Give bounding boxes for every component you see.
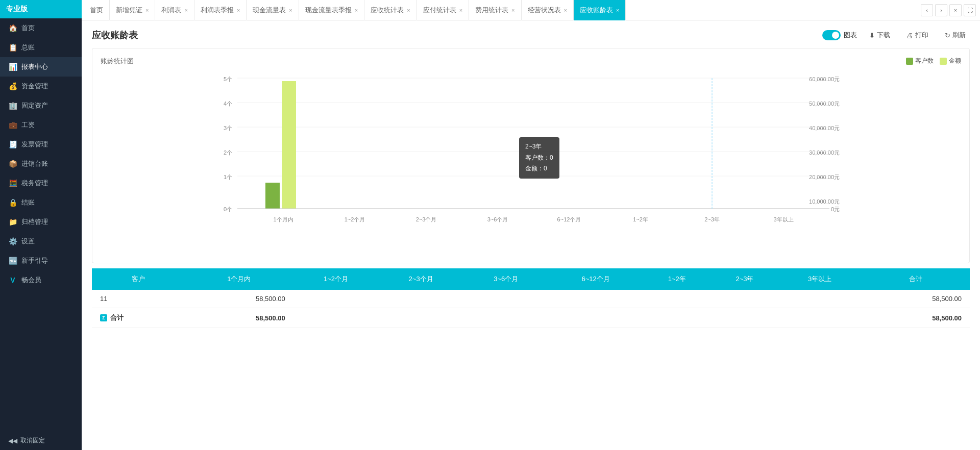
- tab-expense-stats-close[interactable]: ×: [511, 7, 514, 13]
- table-header-row: 客户 1个月内 1~2个月 2~3个月 3~6个月 6~12个月 1~2年 2~…: [92, 268, 970, 290]
- chart-area: 账龄统计图 客户数 金额 5个 4个 3个 2个: [92, 48, 970, 263]
- sidebar-item-label: 报表中心: [21, 62, 48, 71]
- download-button[interactable]: ⬇ 下载: [865, 29, 894, 42]
- sidebar-item-label: 结账: [21, 198, 35, 207]
- invoice-icon: 🧾: [8, 140, 17, 148]
- chart-tooltip: 2~3年 客户数：0 金额：0: [519, 137, 559, 179]
- sidebar-item-archive[interactable]: 📁 归档管理: [0, 212, 82, 232]
- refresh-icon: ↻: [945, 32, 950, 39]
- svg-text:1~2个月: 1~2个月: [345, 216, 365, 222]
- tab-ap-stats-close[interactable]: ×: [459, 7, 462, 13]
- svg-text:2~3年: 2~3年: [704, 216, 720, 222]
- cell-total: 58,500.00: [861, 290, 970, 308]
- tooltip-customers: 客户数：0: [525, 153, 553, 164]
- tooltip-category: 2~3年: [525, 141, 553, 153]
- sidebar-item-label: 发票管理: [21, 140, 48, 149]
- tab-cashflow-close[interactable]: ×: [289, 7, 292, 13]
- tab-cashflow-label: 现金流量表: [253, 6, 286, 15]
- tab-profit-close[interactable]: ×: [184, 7, 187, 13]
- tab-close-all-button[interactable]: ×: [949, 4, 962, 16]
- tab-cashflow-quarter[interactable]: 现金流量表季报 ×: [299, 0, 364, 20]
- sidebar-item-label: 新手引导: [21, 256, 48, 265]
- sidebar-item-invoice[interactable]: 🧾 发票管理: [0, 135, 82, 154]
- data-table: 客户 1个月内 1~2个月 2~3个月 3~6个月 6~12个月 1~2年 2~…: [92, 268, 970, 328]
- sidebar-item-label: 税务管理: [21, 179, 48, 188]
- svg-text:1个: 1个: [224, 174, 232, 180]
- svg-text:20,000.00元: 20,000.00元: [809, 174, 840, 180]
- svg-text:0元: 0元: [831, 206, 840, 212]
- sidebar-item-tax[interactable]: 🧮 税务管理: [0, 173, 82, 193]
- tab-prev-button[interactable]: ‹: [921, 4, 933, 16]
- tab-home[interactable]: 首页: [84, 0, 110, 20]
- tab-profit-quarter-close[interactable]: ×: [237, 7, 240, 13]
- svg-text:30,000.00元: 30,000.00元: [809, 149, 840, 156]
- refresh-button[interactable]: ↻ 刷新: [941, 29, 970, 42]
- total-text: 合计: [110, 313, 124, 322]
- cell-year12: [643, 290, 711, 308]
- sidebar-item-assets[interactable]: 🏢 固定资产: [0, 96, 82, 115]
- legend-amount-color: [940, 58, 947, 65]
- tab-expense-stats-label: 费用统计表: [475, 6, 508, 15]
- legend-customer: 客户数: [906, 57, 934, 65]
- tab-biz-status-label: 经营状况表: [528, 6, 561, 15]
- tab-ar-stats-close[interactable]: ×: [407, 7, 410, 13]
- tab-expense-stats[interactable]: 费用统计表 ×: [469, 0, 521, 20]
- svg-text:50,000.00元: 50,000.00元: [809, 101, 840, 107]
- sidebar-item-sales[interactable]: 📦 进销台账: [0, 154, 82, 173]
- sidebar-item-funds[interactable]: 💰 资金管理: [0, 77, 82, 96]
- tab-ar-aging[interactable]: 应收账龄表 ×: [574, 0, 626, 20]
- bar-month1-customer: [265, 183, 280, 209]
- col-customer: 客户: [92, 268, 185, 290]
- table-row: 11 58,500.00 58,500.00: [92, 290, 970, 308]
- tab-voucher[interactable]: 新增凭证 ×: [110, 0, 155, 20]
- sidebar-item-settings[interactable]: ⚙️ 设置: [0, 232, 82, 251]
- svg-text:6~12个月: 6~12个月: [557, 216, 581, 222]
- sidebar-item-label: 进销台账: [21, 159, 48, 168]
- home-icon: 🏠: [8, 24, 17, 32]
- download-label: 下载: [877, 31, 890, 40]
- tab-home-label: 首页: [90, 6, 103, 15]
- print-button[interactable]: 🖨 打印: [902, 29, 933, 42]
- cell-month36: [463, 290, 549, 308]
- tab-ar-aging-close[interactable]: ×: [616, 7, 619, 13]
- tab-voucher-close[interactable]: ×: [145, 7, 149, 13]
- tab-profit-label: 利润表: [161, 6, 181, 15]
- chart-legend: 客户数 金额: [906, 57, 961, 65]
- assets-icon: 🏢: [8, 102, 17, 110]
- unpin-button[interactable]: ◀◀ 取消固定: [0, 431, 82, 450]
- svg-text:1个月内: 1个月内: [273, 216, 293, 222]
- chart-svg-container: 5个 4个 3个 2个 1个 0个 60,000.00元 50,000.00元 …: [101, 71, 961, 255]
- tab-next-button[interactable]: ›: [935, 4, 947, 16]
- tab-cashflow-quarter-label: 现金流量表季报: [305, 6, 352, 15]
- cell-month1: 58,500.00: [185, 290, 293, 308]
- tab-ar-stats[interactable]: 应收统计表 ×: [364, 0, 416, 20]
- chart-toggle-label: 图表: [844, 31, 857, 40]
- tab-cashflow-quarter-close[interactable]: ×: [355, 7, 358, 13]
- sales-icon: 📦: [8, 160, 17, 168]
- app-logo: 专业版: [0, 0, 82, 18]
- sidebar-item-salary[interactable]: 💼 工资: [0, 115, 82, 135]
- sidebar-item-home[interactable]: 🏠 首页: [0, 18, 82, 38]
- sidebar-item-guide[interactable]: 🆕 新手引导: [0, 251, 82, 270]
- col-year12: 1~2年: [643, 268, 711, 290]
- chart-toggle[interactable]: [822, 30, 841, 40]
- cell-total-year12: [643, 308, 711, 328]
- tab-profit-quarter[interactable]: 利润表季报 ×: [194, 0, 247, 20]
- tab-ap-stats[interactable]: 应付统计表 ×: [417, 0, 469, 20]
- tab-fullscreen-button[interactable]: ⛶: [964, 4, 976, 16]
- sidebar-item-vip[interactable]: V 畅会员: [0, 270, 82, 290]
- tab-biz-status[interactable]: 经营状况表 ×: [522, 0, 574, 20]
- sidebar-item-close[interactable]: 🔒 结账: [0, 193, 82, 212]
- page-content: 应收账龄表 图表 ⬇ 下载 🖨 打印 ↻ 刷新: [82, 20, 980, 450]
- tab-profit[interactable]: 利润表 ×: [155, 0, 194, 20]
- sidebar-item-reports[interactable]: 📊 报表中心: [0, 57, 82, 77]
- col-month23: 2~3个月: [378, 268, 463, 290]
- cell-month612: [548, 290, 643, 308]
- tab-cashflow[interactable]: 现金流量表 ×: [247, 0, 299, 20]
- page-header: 应收账龄表 图表 ⬇ 下载 🖨 打印 ↻ 刷新: [82, 20, 980, 48]
- unpin-icon: ◀◀: [8, 437, 17, 444]
- cell-total-total: 58,500.00: [861, 308, 970, 328]
- tab-biz-status-close[interactable]: ×: [564, 7, 567, 13]
- funds-icon: 💰: [8, 82, 17, 90]
- sidebar-item-ledger[interactable]: 📋 总账: [0, 38, 82, 57]
